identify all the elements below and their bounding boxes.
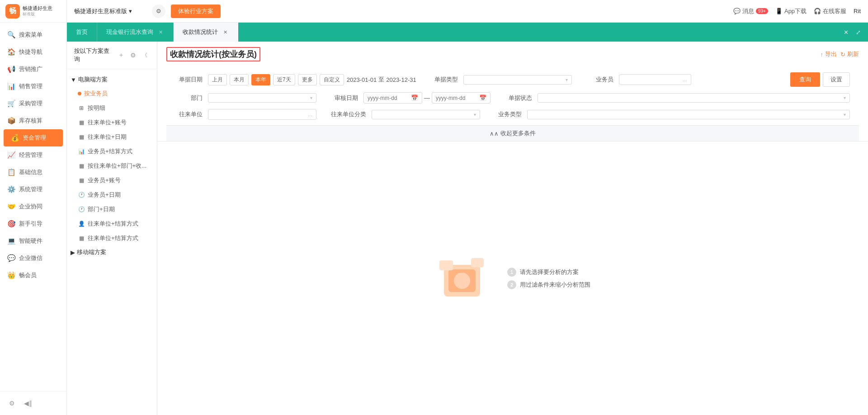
tree-item-unit-settlement1[interactable]: 👤往来单位+结算方式 [67, 217, 157, 231]
app-download-btn[interactable]: 📱 App下载 [775, 7, 807, 15]
audit-date-end-input[interactable]: 📅 [432, 92, 491, 104]
audit-date-end-field[interactable] [436, 95, 477, 101]
trial-btn[interactable]: 体验行业方案 [171, 5, 221, 18]
calendar-end-icon: 📅 [479, 94, 486, 101]
sidebar-item-inventory[interactable]: 📦库存核算 [0, 112, 66, 129]
counterparty-category-label: 往来单位分类 [331, 110, 366, 118]
panel-actions: ＋ ⚙ 《 [116, 50, 150, 60]
step-1-num: 1 [507, 268, 516, 277]
tree-item-salesperson-account[interactable]: ▦业务员+账号 [67, 173, 157, 188]
tab-close-all-btn[interactable]: ✕ [842, 27, 850, 38]
tree-group-label-mobile[interactable]: ▶移动端方案 [67, 245, 157, 259]
tree-item-by-unit-dept[interactable]: ▦按往来单位+部门+收... [67, 159, 157, 173]
tab-expand-btn[interactable]: ⤢ [854, 27, 863, 38]
main-area: 畅捷通好生意标准版 ▾ ⚙ 体验行业方案 💬 消息 99+ 📱 App下载 🎧 … [67, 0, 868, 415]
step-2-num: 2 [507, 280, 516, 289]
sidebar: 畅 畅捷通好生意 标准版 🔍搜索菜单🏠快捷导航📢营销推广📊销售管理🛒采购管理📦库… [0, 0, 67, 415]
salesperson-input[interactable]: ... [619, 74, 691, 85]
left-panel: 按以下方案查询 ＋ ⚙ 《 ▼电脑端方案按业务员⊞按明细▦往来单位+账号▦往来单… [67, 42, 157, 415]
sidebar-item-hardware[interactable]: 💻智能硬件 [0, 232, 66, 250]
tree-item-salesperson-date[interactable]: 🕐业务员+日期 [67, 188, 157, 202]
sidebar-item-operations[interactable]: 📈经营管理 [0, 146, 66, 164]
tree-group-label-desktop[interactable]: ▼电脑端方案 [67, 73, 157, 86]
sidebar-item-quick-nav[interactable]: 🏠快捷导航 [0, 43, 66, 61]
filter-row-3: 往来单位 ... 往来单位分类 业务类型 [175, 109, 850, 120]
online-service-btn[interactable]: 🎧 在线客服 [814, 7, 846, 15]
sidebar-collapse-btn[interactable]: ◀‖ [22, 397, 34, 410]
collapse-row[interactable]: ∧∧ 收起更多条件 [166, 125, 859, 141]
tab-collection-stats-close[interactable]: ✕ [222, 28, 229, 36]
step-1-text: 请先选择要分析的方案 [520, 268, 579, 276]
sidebar-nav: 🔍搜索菜单🏠快捷导航📢营销推广📊销售管理🛒采购管理📦库存核算💰资金管理📈经营管理… [0, 23, 66, 391]
counterparty-category-select[interactable] [372, 110, 480, 119]
date-btn-this-year[interactable]: 本年 [251, 74, 270, 85]
sidebar-item-member[interactable]: 👑畅会员 [0, 267, 66, 284]
logo-icon: 畅 [5, 4, 20, 19]
date-label: 单据日期 [175, 75, 203, 84]
sidebar-item-purchase[interactable]: 🛒采购管理 [0, 95, 66, 112]
tree-item-by-detail[interactable]: ⊞按明细 [67, 101, 157, 115]
system-label: 系统管理 [19, 185, 42, 193]
tree-item-salesperson-settlement[interactable]: 📊业务员+结算方式 [67, 144, 157, 159]
panel-settings-btn[interactable]: ⚙ [128, 50, 138, 60]
audit-date-range: 📅 — 📅 [363, 92, 491, 104]
dept-select[interactable] [208, 93, 316, 103]
tree-item-by-salesperson[interactable]: 按业务员 [67, 86, 157, 101]
tree-item-dept-date[interactable]: 🕐部门+日期 [67, 202, 157, 217]
date-btn-more[interactable]: 更多 [298, 74, 317, 85]
sidebar-item-enterprise[interactable]: 🤝企业协同 [0, 198, 66, 215]
tree-item-unit-settlement2[interactable]: ▦往来单位+结算方式 [67, 231, 157, 245]
tab-bank-flow-close[interactable]: ✕ [157, 28, 164, 36]
tab-home-label: 首页 [76, 28, 88, 36]
user-avatar[interactable]: Rit [854, 8, 861, 14]
panel-collapse-btn[interactable]: 《 [140, 50, 150, 60]
sidebar-item-wechat[interactable]: 💬企业微信 [0, 250, 66, 267]
logo-text: 畅捷通好生意 标准版 [23, 5, 52, 17]
counterparty-more-icon[interactable]: ... [308, 111, 312, 118]
doc-type-label: 单据类型 [431, 75, 458, 84]
refresh-btn[interactable]: ↻ 刷新 [840, 50, 859, 58]
doc-status-select[interactable] [538, 93, 850, 103]
sidebar-item-finance[interactable]: 💰资金管理 [4, 129, 63, 146]
audit-date-start-field[interactable] [368, 95, 409, 101]
salesperson-more-icon[interactable]: ... [683, 76, 687, 83]
table-icon-by-unit-dept: ▦ [78, 162, 85, 170]
query-btn[interactable]: 查询 [790, 72, 820, 87]
tab-bank-flow[interactable]: 现金银行流水查询 ✕ [97, 23, 174, 42]
tab-home[interactable]: 首页 [67, 23, 97, 42]
active-dot-by-salesperson [78, 92, 81, 95]
panel-add-btn[interactable]: ＋ [116, 50, 126, 60]
message-btn[interactable]: 💬 消息 99+ [733, 7, 768, 15]
collapse-label: 收起更多条件 [500, 129, 536, 137]
export-icon: ↑ [821, 51, 824, 58]
export-btn[interactable]: ↑ 导出 [821, 50, 837, 58]
date-range-display: 2023-01-01 至 2023-12-31 [347, 75, 416, 84]
audit-date-start-input[interactable]: 📅 [363, 92, 422, 104]
sidebar-settings-btn[interactable]: ⚙ [5, 397, 18, 410]
tab-collection-stats[interactable]: 收款情况统计 ✕ [174, 23, 238, 42]
sidebar-item-system[interactable]: ⚙️系统管理 [0, 181, 66, 198]
filter-area: 单据日期 上月 本月 本年 近7天 更多 自定义 2023-01-01 至 20 [166, 67, 859, 125]
date-btn-this-month[interactable]: 本月 [230, 74, 249, 85]
svg-point-2 [454, 273, 470, 289]
date-btn-last-7[interactable]: 近7天 [273, 74, 295, 85]
date-btn-custom[interactable]: 自定义 [320, 74, 344, 85]
page-title: 收款情况统计(按业务员) [166, 47, 260, 61]
date-btn-last-month[interactable]: 上月 [208, 74, 227, 85]
topbar-gear-btn[interactable]: ⚙ [152, 5, 165, 18]
biz-type-select[interactable] [527, 110, 850, 119]
tab-bank-flow-label: 现金银行流水查询 [106, 28, 153, 36]
sidebar-item-marketing[interactable]: 📢营销推广 [0, 61, 66, 78]
sidebar-item-sales[interactable]: 📊销售管理 [0, 78, 66, 95]
sales-label: 销售管理 [19, 82, 42, 90]
tree-item-unit-account[interactable]: ▦往来单位+账号 [67, 115, 157, 130]
finance-label: 资金管理 [23, 134, 46, 142]
counterparty-input[interactable]: ... [208, 109, 316, 120]
sidebar-item-search-menu[interactable]: 🔍搜索菜单 [0, 26, 66, 43]
sidebar-item-basic[interactable]: 📋基础信息 [0, 164, 66, 181]
filter-settings-btn[interactable]: 设置 [823, 72, 850, 87]
sidebar-item-guide[interactable]: 🎯新手引导 [0, 215, 66, 232]
tree-item-unit-date[interactable]: ▦往来单位+日期 [67, 130, 157, 144]
person-icon-unit-settlement1: 👤 [78, 220, 85, 227]
doc-type-select[interactable] [463, 75, 572, 85]
